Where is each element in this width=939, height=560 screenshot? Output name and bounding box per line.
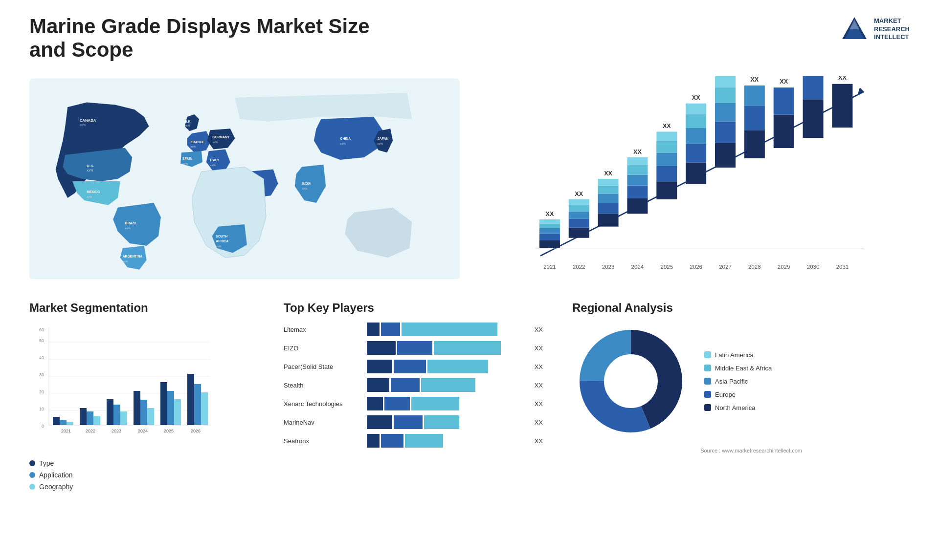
svg-rect-97: [774, 87, 794, 115]
player-value-stealth: XX: [535, 382, 543, 389]
svg-rect-92: [744, 106, 765, 130]
svg-rect-70: [656, 181, 677, 199]
bar-seg2: [394, 415, 423, 429]
svg-rect-46: [539, 219, 560, 223]
svg-text:20: 20: [39, 389, 44, 394]
svg-text:XX: XX: [663, 123, 671, 129]
svg-text:2022: 2022: [86, 429, 95, 433]
svg-text:2026: 2026: [191, 429, 201, 433]
svg-text:2021: 2021: [543, 264, 556, 270]
bar-seg1: [367, 323, 380, 336]
legend-application-dot: [29, 472, 35, 478]
svg-text:60: 60: [39, 327, 44, 332]
svg-rect-65: [627, 175, 648, 186]
logo-icon: [840, 15, 869, 44]
player-bar-stealth: [367, 378, 527, 392]
svg-point-151: [605, 356, 656, 407]
player-bar-seatronx: [367, 434, 527, 448]
svg-rect-56: [598, 214, 619, 226]
svg-rect-123: [60, 420, 67, 425]
svg-rect-60: [598, 179, 619, 186]
bar-seg3: [424, 415, 459, 429]
svg-rect-57: [598, 203, 619, 214]
svg-rect-135: [140, 400, 147, 425]
svg-text:XX: XX: [545, 211, 554, 217]
legend-latin-america: Latin America: [704, 351, 772, 359]
player-row-marinenav: MarineNav XX: [284, 415, 543, 429]
svg-text:XX: XX: [750, 76, 759, 83]
svg-rect-43: [539, 234, 560, 240]
svg-text:ITALY: ITALY: [210, 158, 220, 162]
svg-text:xx%: xx%: [182, 162, 188, 165]
svg-text:AFRICA: AFRICA: [216, 239, 228, 243]
bar-seg3: [434, 341, 501, 355]
svg-rect-96: [774, 115, 794, 148]
bar-seg3: [421, 378, 475, 392]
svg-rect-134: [134, 391, 140, 425]
svg-text:CHINA: CHINA: [340, 137, 351, 140]
player-bar-eizo: [367, 341, 527, 355]
svg-text:xx%: xx%: [123, 260, 128, 263]
svg-rect-72: [656, 152, 677, 166]
svg-rect-49: [569, 228, 589, 238]
svg-text:xx%: xx%: [87, 195, 92, 198]
svg-text:xx%: xx%: [210, 164, 216, 167]
svg-rect-78: [686, 144, 706, 163]
regional-legend: Latin America Middle East & Africa Asia …: [704, 351, 772, 411]
player-name-marinenav: MarineNav: [284, 419, 362, 426]
svg-rect-52: [569, 205, 589, 212]
svg-text:xx%: xx%: [191, 145, 196, 148]
svg-rect-140: [174, 399, 181, 425]
svg-rect-71: [656, 166, 677, 182]
player-bar-xenarc: [367, 397, 527, 410]
svg-text:FRANCE: FRANCE: [191, 140, 205, 144]
svg-text:XX: XX: [692, 94, 700, 101]
page-title: Marine Grade Displays Market Size and Sc…: [29, 15, 372, 62]
svg-text:ARGENTINA: ARGENTINA: [123, 255, 143, 258]
legend-asia-label: Asia Pacific: [715, 378, 748, 385]
segmentation-chart: 0 10 20 30 40 50 60 2021: [29, 323, 215, 450]
bar-seg2: [381, 323, 400, 336]
legend-application: Application: [29, 471, 254, 479]
svg-text:xx%: xx%: [80, 123, 86, 127]
bar-seg2: [384, 397, 410, 410]
players-title: Top Key Players: [284, 301, 543, 315]
svg-text:xx%: xx%: [302, 187, 307, 190]
svg-text:50: 50: [39, 338, 44, 343]
svg-rect-124: [67, 422, 73, 425]
svg-rect-127: [87, 411, 93, 425]
svg-rect-93: [744, 86, 765, 106]
page-container: Marine Grade Displays Market Size and Sc…: [0, 0, 939, 560]
legend-europe: Europe: [704, 391, 772, 398]
donut-chart-svg: [572, 323, 690, 440]
legend-color-mea: [704, 365, 711, 371]
svg-text:XX: XX: [604, 170, 612, 177]
bar-seg1: [367, 378, 389, 392]
svg-rect-143: [194, 384, 201, 425]
bar-seg2: [391, 378, 420, 392]
svg-text:CANADA: CANADA: [80, 118, 96, 123]
svg-rect-101: [803, 76, 824, 99]
segmentation-title: Market Segmentation: [29, 301, 254, 315]
source-text: Source : www.marketresearchintellect.com: [572, 448, 802, 453]
legend-color-na: [704, 404, 711, 411]
svg-rect-50: [569, 219, 589, 228]
svg-rect-66: [627, 165, 648, 175]
legend-middle-east: Middle East & Africa: [704, 365, 772, 372]
svg-rect-128: [93, 416, 100, 425]
svg-text:U.K.: U.K.: [185, 120, 192, 123]
donut-container: Latin America Middle East & Africa Asia …: [572, 323, 802, 440]
svg-rect-64: [627, 186, 648, 198]
player-name-litemax: Litemax: [284, 326, 362, 333]
svg-text:xx%: xx%: [378, 142, 383, 145]
svg-text:xx%: xx%: [340, 142, 346, 145]
svg-text:2021: 2021: [61, 429, 71, 433]
svg-rect-100: [803, 99, 824, 138]
player-bar-litemax: [367, 323, 527, 336]
svg-rect-130: [107, 399, 113, 425]
svg-text:XX: XX: [780, 78, 788, 85]
svg-rect-132: [120, 411, 127, 425]
svg-text:U.S.: U.S.: [87, 164, 94, 168]
bar-seg1: [367, 434, 380, 448]
svg-rect-91: [744, 130, 765, 158]
